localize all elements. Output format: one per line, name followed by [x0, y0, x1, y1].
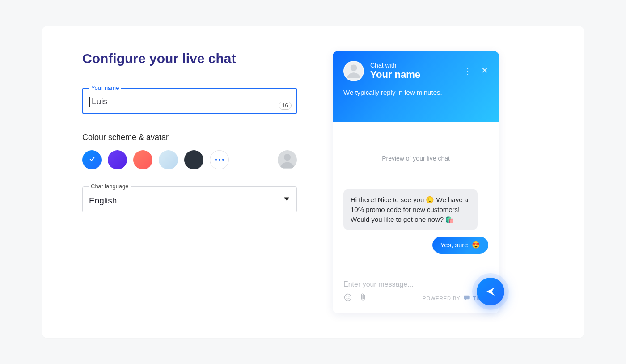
attachment-icon[interactable]	[359, 293, 368, 304]
chat-with-label: Chat with	[370, 62, 420, 69]
colour-swatch-pale[interactable]	[159, 150, 178, 169]
send-icon	[485, 286, 496, 297]
powered-by-text: POWERED BY	[423, 296, 461, 301]
colour-swatch-coral[interactable]	[133, 150, 152, 169]
send-button[interactable]	[477, 278, 504, 305]
header-wave-shape	[333, 122, 499, 137]
name-input[interactable]	[89, 97, 290, 107]
config-form: Configure your live chat Your name 16 Co…	[82, 51, 297, 320]
language-select-value: English	[89, 196, 290, 206]
language-select[interactable]: Chat language English	[82, 186, 297, 212]
colour-swatch-dark[interactable]	[184, 150, 203, 169]
chat-display-name: Your name	[370, 69, 420, 80]
avatar-picker[interactable]	[278, 150, 297, 169]
tidio-logo-icon	[463, 294, 470, 302]
more-dots-icon	[215, 159, 224, 161]
chat-widget-preview: Chat with Your name ⋮ We typically reply…	[333, 51, 499, 313]
swatch-row	[82, 150, 297, 169]
chat-body: Preview of your live chat Hi there! Nice…	[333, 137, 499, 271]
name-field-label: Your name	[89, 85, 121, 91]
incoming-message-bubble: Hi there! Nice to see you 🙂 We have a 10…	[343, 189, 478, 230]
colour-swatch-purple[interactable]	[108, 150, 127, 169]
preview-pane: Chat with Your name ⋮ We typically reply…	[333, 51, 499, 320]
more-vertical-icon[interactable]: ⋮	[463, 67, 472, 76]
composer-input[interactable]: Enter your message...	[343, 280, 488, 288]
outgoing-message-bubble: Yes, sure! 😍	[432, 237, 488, 254]
colour-swatch-more[interactable]	[210, 150, 229, 169]
svg-point-1	[351, 64, 357, 71]
emoji-icon[interactable]	[343, 293, 352, 304]
reply-note: We typically reply in few minutes.	[343, 89, 488, 96]
colour-swatch-blue[interactable]	[82, 150, 102, 169]
svg-point-5	[347, 296, 347, 297]
check-icon	[89, 155, 96, 164]
svg-point-0	[284, 154, 291, 161]
char-count-badge: 16	[279, 102, 292, 110]
svg-point-4	[345, 294, 351, 301]
name-field[interactable]: Your name 16	[82, 88, 297, 114]
chat-header: Chat with Your name ⋮ We typically reply…	[333, 51, 499, 122]
config-card: Configure your live chat Your name 16 Co…	[42, 26, 584, 338]
avatar-placeholder-icon	[344, 61, 363, 80]
svg-point-6	[349, 296, 350, 297]
page-title: Configure your live chat	[82, 51, 297, 66]
divider	[343, 274, 488, 274]
chat-avatar	[343, 61, 364, 81]
chevron-down-icon	[284, 195, 289, 203]
avatar-placeholder-icon	[278, 150, 297, 169]
language-select-label: Chat language	[89, 183, 131, 190]
composer: Enter your message... POWERED BY TIDIO	[333, 280, 499, 313]
close-icon[interactable]	[481, 67, 488, 76]
colour-scheme-label: Colour scheme & avatar	[82, 133, 297, 142]
preview-caption: Preview of your live chat	[343, 155, 488, 162]
